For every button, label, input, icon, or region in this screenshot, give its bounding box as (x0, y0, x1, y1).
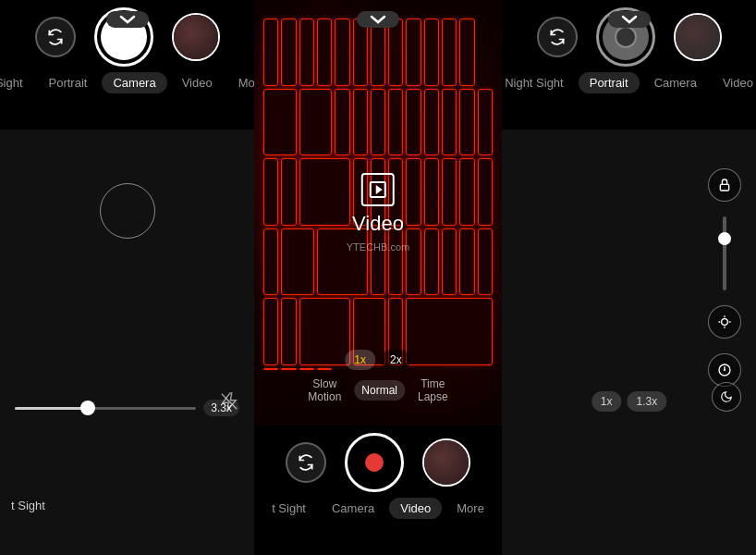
night-mode-icon[interactable] (712, 382, 741, 412)
left-panel: 3.3x (0, 0, 254, 555)
center-mode-video[interactable]: Video (389, 498, 442, 519)
left-mode-night-sight[interactable]: t Sight (0, 72, 34, 93)
left-mode-video[interactable]: Video (171, 72, 224, 93)
mode-title: Video (352, 212, 404, 236)
right-rotate-button[interactable] (537, 17, 578, 57)
watermark: YTECHB.com (347, 241, 409, 253)
center-mode-more[interactable]: More (445, 498, 495, 519)
mode-overlay: Video YTECHB.com (347, 173, 409, 253)
focus-indicator (100, 183, 155, 239)
right-mode-video[interactable]: Video (712, 72, 756, 93)
svg-rect-1 (720, 184, 728, 191)
left-modes-tabs: t Sight Portrait Camera Video More (0, 72, 254, 93)
lock-button[interactable] (708, 168, 741, 202)
zoom-slider-area[interactable]: 3.3x (15, 400, 239, 416)
right-panel: 1x 1.3x (502, 0, 756, 555)
slow-motion-chip[interactable]: Slow Motion (300, 374, 348, 407)
center-dropdown[interactable] (357, 11, 399, 28)
exposure-slider[interactable] (723, 216, 726, 290)
center-zoom-buttons: 1x 2x (345, 350, 410, 370)
right-modes-tabs: Night Sight Portrait Camera Video (502, 72, 756, 93)
left-mode-portrait[interactable]: Portrait (38, 72, 99, 93)
center-shutter-button[interactable] (345, 433, 404, 492)
center-rotate-button[interactable] (286, 442, 326, 483)
flash-icon[interactable] (219, 391, 239, 416)
time-lapse-chip[interactable]: Time Lapse (410, 374, 456, 407)
right-side-controls (708, 168, 741, 387)
center-thumbnail[interactable] (422, 438, 470, 487)
video-mode-strip: Slow Motion Normal Time Lapse (300, 374, 455, 407)
svg-point-8 (724, 369, 726, 371)
center-mode-night-sight[interactable]: t Sight (261, 498, 317, 519)
sight-label: t Sight (0, 495, 56, 516)
center-shutter-row (254, 433, 502, 492)
exposure-icon[interactable] (708, 305, 741, 339)
normal-chip[interactable]: Normal (354, 380, 405, 401)
svg-point-2 (722, 319, 728, 326)
right-dropdown[interactable] (608, 11, 651, 28)
right-mode-portrait[interactable]: Portrait (579, 72, 640, 93)
left-dropdown[interactable] (106, 11, 149, 28)
right-mode-camera[interactable]: Camera (643, 72, 708, 93)
zoom-slider[interactable] (15, 407, 196, 410)
zoom-2x-button[interactable]: 2x (381, 350, 411, 370)
left-thumbnail[interactable] (172, 13, 220, 61)
right-mode-night-sight[interactable]: Night Sight (494, 72, 575, 93)
center-modes-tabs: t Sight Camera Video More (254, 498, 502, 519)
center-bottom-bar: t Sight Camera Video More (254, 426, 502, 555)
center-mode-camera[interactable]: Camera (321, 498, 385, 519)
video-mode-icon (361, 173, 395, 206)
right-zoom-1-3x[interactable]: 1.3x (628, 391, 667, 412)
right-zoom-1x[interactable]: 1x (591, 391, 622, 412)
center-panel: Video YTECHB.com 1x 2x Slow Motion Norma… (254, 0, 502, 555)
right-thumbnail[interactable] (674, 13, 722, 61)
zoom-1x-button[interactable]: 1x (345, 350, 375, 370)
left-mode-camera[interactable]: Camera (102, 72, 166, 93)
left-rotate-button[interactable] (35, 17, 76, 57)
viewfinder[interactable]: Video YTECHB.com 1x 2x Slow Motion Norma… (254, 0, 502, 426)
right-zoom-buttons: 1x 1.3x (591, 391, 666, 412)
